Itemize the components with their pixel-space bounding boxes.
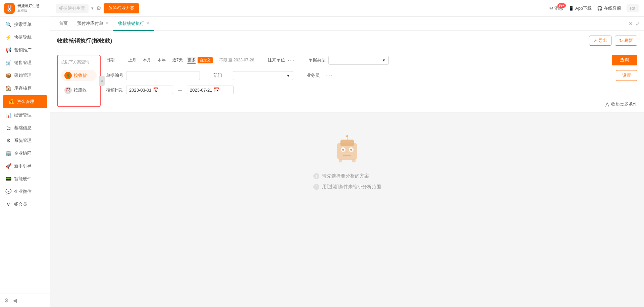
filter-row-2: 单据编号 部门 ▾ 业务员 ··· — [106, 70, 637, 81]
filter-panel-collapse-icon[interactable]: « — [99, 76, 105, 86]
sidebar-item-basic[interactable]: 🗂 基础信息 — [0, 121, 50, 134]
bill-type-select[interactable]: ▾ — [328, 56, 389, 65]
sidebar-label-purchase: 采购管理 — [14, 72, 32, 79]
sidebar-label-sales: 销售管理 — [14, 60, 32, 66]
svg-rect-7 — [339, 159, 342, 162]
tab-collection[interactable]: 收款核销执行 ✕ — [113, 17, 154, 31]
collapse-up-icon: ⋀ — [605, 102, 609, 107]
export-icon: ↗ — [593, 38, 597, 43]
filter-receivable-icon: ⏰ — [64, 87, 72, 94]
dept-label: 部门 — [213, 72, 230, 79]
filter-row-1: 日期 上月 本月 本年 近7天 更多 自定义 不限 至 2023-07-26 — [106, 55, 637, 65]
date-btn-this-year[interactable]: 本年 — [155, 57, 168, 64]
operations-icon: 📊 — [5, 112, 11, 118]
tab-home[interactable]: 首页 — [54, 17, 72, 31]
sidebar-item-purchase[interactable]: 📦 采购管理 — [0, 69, 50, 82]
sidebar-nav: 🔍 搜索菜单 ⚡ 快捷导航 📢 营销推广 🛒 销售管理 📦 采购管理 🏠 库存核… — [0, 17, 50, 294]
sidebar-item-collab[interactable]: 🏢 企业协同 — [0, 147, 50, 160]
topbar: 畅捷通好生意 ▾ ⚙ 体验行业方案 ✉ 消息 99+ 📱 App下载 🎧 在线客… — [50, 0, 644, 17]
date-btn-more[interactable]: 更多 — [187, 57, 196, 64]
topbar-right: ✉ 消息 99+ 📱 App下载 🎧 在线客服 Rit — [549, 4, 639, 12]
sidebar-item-finance[interactable]: 💰 资金管理 — [3, 95, 47, 108]
export-button[interactable]: ↗ 导出 — [589, 36, 611, 46]
sidebar-item-inventory[interactable]: 🏠 库存核算 — [0, 82, 50, 95]
bill-type-label: 单据类型 — [308, 57, 326, 63]
message-icon: ✉ — [549, 6, 553, 11]
date-shortcuts: 上月 本月 本年 近7天 更多 自定义 — [125, 57, 213, 64]
sidebar-item-hardware[interactable]: 📟 智能硬件 — [0, 172, 50, 185]
query-button[interactable]: 查询 — [612, 55, 637, 65]
tabbar-close-icon[interactable]: ✕ — [629, 20, 633, 27]
user-name[interactable]: Rit — [627, 4, 639, 12]
page-header-actions: ↗ 导出 ↻ 刷新 — [589, 36, 637, 46]
dept-chevron-icon: ▾ — [287, 73, 289, 78]
staff-select-dots[interactable]: ··· — [326, 72, 333, 79]
collapse-conditions-button[interactable]: ⋀ 收起更多条件 — [605, 101, 637, 107]
filter-option-by-collection[interactable]: 💲 按收款 — [61, 70, 97, 81]
sidebar-item-guide[interactable]: 🚀 新手引导 — [0, 160, 50, 172]
finance-icon: 💰 — [8, 99, 14, 105]
refresh-icon: ↻ — [619, 38, 623, 43]
empty-state: 1 请先选择要分析的方案 2 用[过滤]条件来缩小分析范围 — [50, 113, 644, 212]
bill-no-input[interactable] — [126, 71, 200, 80]
tab-prepay-close-icon[interactable]: ✕ — [105, 21, 109, 26]
sidebar-label-marketing: 营销推广 — [14, 47, 32, 53]
message-button[interactable]: ✉ 消息 99+ — [549, 5, 563, 11]
filter-collection-icon: 💲 — [64, 72, 72, 79]
partner-select-dots[interactable]: ··· — [288, 57, 295, 64]
filter-field-dept: 部门 ▾ — [213, 71, 293, 80]
basic-icon: 🗂 — [5, 125, 11, 131]
wechat-icon: 💬 — [5, 189, 11, 195]
verify-date-end-input[interactable]: 2023-07-21 📅 — [187, 86, 234, 94]
sidebar-item-sales[interactable]: 🛒 销售管理 — [0, 56, 50, 69]
topbar-left: 畅捷通好生意 ▾ ⚙ 体验行业方案 — [56, 3, 545, 13]
filter-field-bill-type: 单据类型 ▾ — [308, 56, 389, 65]
date-custom-badge[interactable]: 自定义 — [198, 57, 213, 63]
setting-button[interactable]: 设置 — [616, 70, 637, 81]
sidebar-label-vip: 畅会员 — [14, 201, 27, 207]
filter-panel: 按以下方案查询 💲 按收款 ⏰ 按应收 « — [57, 55, 101, 107]
refresh-button[interactable]: ↻ 刷新 — [615, 36, 637, 46]
partner-label: 往来单位 — [268, 57, 285, 63]
topbar-gear-icon[interactable]: ⚙ — [96, 5, 101, 11]
dept-select[interactable]: ▾ — [233, 71, 293, 80]
sidebar-item-vip[interactable]: V 畅会员 — [0, 198, 50, 211]
filter-option-by-receivable[interactable]: ⏰ 按应收 — [61, 85, 97, 96]
app-logo-icon: 🐰 — [4, 3, 15, 14]
sidebar-item-wechat[interactable]: 💬 企业微信 — [0, 185, 50, 198]
tab-prepay[interactable]: 预付冲应付单 ✕ — [72, 17, 113, 31]
sidebar-item-search[interactable]: 🔍 搜索菜单 — [0, 18, 50, 31]
footer-collapse-icon[interactable]: ◀ — [13, 297, 17, 304]
solution-button[interactable]: 体验行业方案 — [104, 3, 139, 13]
online-service-button[interactable]: 🎧 在线客服 — [597, 5, 621, 11]
svg-rect-8 — [352, 159, 356, 162]
footer-settings-icon[interactable]: ⚙ — [4, 297, 9, 304]
message-badge: 99+ — [557, 3, 566, 8]
sidebar-item-quicknav[interactable]: ⚡ 快捷导航 — [0, 31, 50, 44]
sidebar-label-finance: 资金管理 — [17, 99, 34, 105]
sidebar-label-collab: 企业协同 — [14, 150, 32, 156]
system-icon: ⚙ — [5, 138, 11, 144]
sidebar-item-operations[interactable]: 📊 经营管理 — [0, 109, 50, 121]
bill-type-chevron-icon: ▾ — [383, 58, 385, 63]
empty-hint-2: 2 用[过滤]条件来缩小分析范围 — [313, 184, 381, 190]
topbar-dropdown-icon[interactable]: ▾ — [91, 6, 94, 11]
date-btn-last-month[interactable]: 上月 — [125, 57, 139, 64]
date-btn-7days[interactable]: 近7天 — [170, 57, 185, 64]
verify-date-start-input[interactable]: 2023-03-01 📅 — [126, 86, 173, 94]
date-range-separator: — — [176, 88, 184, 93]
app-download-button[interactable]: 📱 App下载 — [569, 5, 592, 11]
filter-collection-label: 按收款 — [74, 72, 87, 79]
filter-area: 按以下方案查询 💲 按收款 ⏰ 按应收 « 日期 — [50, 49, 644, 113]
sidebar-item-system[interactable]: ⚙ 系统管理 — [0, 134, 50, 147]
sidebar-label-basic: 基础信息 — [14, 125, 32, 131]
tabbar-expand-icon[interactable]: ⤢ — [636, 20, 640, 27]
sidebar-item-marketing[interactable]: 📢 营销推广 — [0, 44, 50, 56]
tab-collection-close-icon[interactable]: ✕ — [146, 21, 150, 26]
svg-rect-6 — [343, 155, 351, 156]
filter-field-verify-date: 核销日期 2023-03-01 📅 — 2023-07-21 📅 — [106, 86, 234, 94]
svg-point-10 — [346, 135, 348, 137]
tabbar: 首页 预付冲应付单 ✕ 收款核销执行 ✕ ✕ ⤢ — [50, 17, 644, 31]
verify-date-end-text: 2023-07-21 — [190, 88, 212, 93]
date-btn-this-month[interactable]: 本月 — [140, 57, 154, 64]
